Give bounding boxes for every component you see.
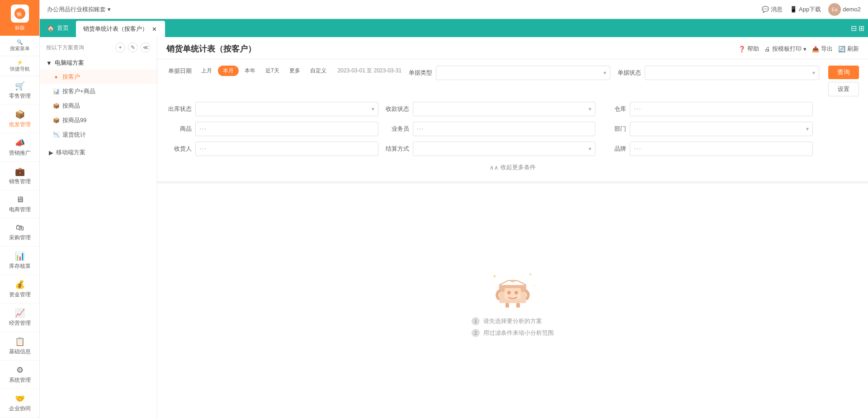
payment-method-label: 结算方式 [384,145,409,153]
sidebar-item-purchase[interactable]: 🛍 采购管理 [0,218,39,247]
message-icon: 💬 [762,6,769,13]
search-menu[interactable]: 🔍 搜索菜单 [0,36,39,56]
tab-home[interactable]: 🏠 首页 [40,19,76,37]
order-status-dropdown-icon: ▾ [812,70,815,76]
payment-method-cell: 结算方式 ▾ [384,142,596,156]
warehouse-cell: 仓库 ··· [601,102,813,116]
return-icon: 📉 [52,131,60,138]
desktop-collapse-icon: ▼ [46,60,52,66]
collapse-panel-btn[interactable]: ≪ [141,43,151,52]
more-btn[interactable]: 更多 [285,66,304,76]
edit-scheme-btn[interactable]: ✎ [128,43,138,52]
sidebar-item-finance[interactable]: 💰 资金管理 [0,275,39,304]
payment-method-select[interactable]: ▾ [413,142,596,156]
order-type-dropdown-icon: ▾ [604,70,606,76]
consignee-input[interactable]: ··· [195,142,378,156]
filter-row-1: 单据日期 上月 本月 本年 近7天 更多 自定义 2023-03-01 至 20… [166,66,859,96]
app-logo[interactable]: 畅 标版 [0,0,39,36]
sidebar-item-marketing[interactable]: 📣 营销推广 [0,133,39,162]
refresh-icon: 🔄 [838,46,845,52]
product-99-icon: 📦 [52,117,60,124]
tree-item-return-stats-label: 退货统计 [62,131,86,139]
help-btn[interactable]: ❓ 帮助 [738,45,759,53]
tree-item-by-customer-product[interactable]: 📊 按客户+商品 [40,84,157,99]
tree-item-by-product-99[interactable]: 📦 按商品99 [40,113,157,128]
sidebar-item-operations[interactable]: 📈 经营管理 [0,304,39,332]
help-label: 帮助 [747,45,759,53]
quick-nav[interactable]: ⚡ 快捷导航 [0,56,39,76]
order-status-label: 单据状态 [616,69,641,77]
refresh-btn[interactable]: 🔄 刷新 [838,45,859,53]
sidebar-item-retail[interactable]: 🛒 零售管理 [0,76,39,105]
tree-item-by-product-label: 按商品 [62,102,80,110]
app-download-btn[interactable]: 📱 App下载 [790,5,821,14]
payment-status-select[interactable]: ▾ [413,102,596,116]
tab-actions: ⊟ ⊞ [851,24,868,33]
empty-state: ✦ ✦ ✧ 1 请先选择要分析的方案 2 用过滤条件来缩小分析范围 [157,184,868,418]
tree-item-return-stats[interactable]: 📉 退货统计 [40,128,157,142]
sidebar-item-wholesale[interactable]: 📦 批发管理 [0,105,39,133]
sidebar-item-basic-label: 基础信息 [9,348,31,356]
sidebar-item-sales[interactable]: 💼 销售管理 [0,162,39,190]
mobile-section-header[interactable]: ▶ 移动端方案 [40,146,157,159]
collapse-row[interactable]: ∧∧ 收起更多条件 [166,160,859,175]
home-icon: 🏠 [47,25,54,32]
basic-icon: 📋 [15,337,25,347]
marketing-icon: 📣 [15,138,25,148]
date-range: 2023-03-01 至 2023-03-31 [338,67,401,75]
staff-input[interactable]: ··· [413,122,596,136]
sidebar-item-system[interactable]: ⚙ 系统管理 [0,361,39,389]
mobile-section-label: 移动端方案 [56,148,85,157]
custom-btn[interactable]: 自定义 [306,66,330,76]
this-year-btn[interactable]: 本年 [241,66,259,76]
out-status-select[interactable]: ▾ [195,102,378,116]
sidebar-item-basic[interactable]: 📋 基础信息 [0,332,39,361]
maximize-btn[interactable]: ⊞ [859,24,864,33]
sidebar-item-sales-label: 销售管理 [9,178,31,185]
empty-hint-1: 1 请先选择要分析的方案 [472,317,554,325]
minimize-btn[interactable]: ⊟ [851,24,857,33]
download-icon: 📱 [790,6,797,13]
export-btn[interactable]: 📤 导出 [812,45,833,53]
brand-dots: ··· [634,145,641,153]
help-icon: ❓ [738,46,745,52]
search-icon: 🔍 [17,39,23,45]
message-btn[interactable]: 💬 消息 [762,5,783,14]
tree-item-by-product[interactable]: 📦 按商品 [40,99,157,113]
template-print-btn[interactable]: 🖨 按模板打印 ▾ [764,45,807,53]
last-7days-btn[interactable]: 近7天 [261,66,283,76]
department-select[interactable]: ▾ [630,122,813,136]
product-input[interactable]: ··· [195,122,378,136]
settings-btn[interactable]: 设置 [828,82,859,96]
tab-close-btn[interactable]: ✕ [151,25,158,33]
industry-selector[interactable]: 办公用品行业模拟账套 ▾ [47,5,111,14]
query-btn[interactable]: 查询 [828,66,859,79]
sidebar-item-inventory[interactable]: 📊 库存核算 [0,247,39,275]
export-label: 导出 [821,45,833,53]
consignee-dots: ··· [199,145,207,153]
desktop-section-header[interactable]: ▼ 电脑端方案 [40,56,157,70]
sidebar-item-cooperation[interactable]: 🤝 企业协同 [0,389,39,418]
order-type-select[interactable]: ▾ [436,66,610,80]
hint-num-2: 2 [472,329,480,337]
industry-label: 办公用品行业模拟账套 [47,5,106,14]
refresh-label: 刷新 [847,45,859,53]
template-print-label: 按模板打印 [772,45,802,53]
last-month-btn[interactable]: 上月 [197,66,216,76]
warehouse-input[interactable]: ··· [630,102,813,116]
svg-point-5 [507,291,511,294]
date-filter-cell: 单据日期 上月 本月 本年 近7天 更多 自定义 2023-03-01 至 20… [166,66,401,76]
sidebar-item-ecommerce[interactable]: 🖥 电商管理 [0,190,39,218]
sidebar-item-system-label: 系统管理 [9,376,31,384]
payment-method-dropdown-icon: ▾ [589,146,591,152]
svg-text:畅: 畅 [17,11,22,17]
this-month-btn[interactable]: 本月 [218,66,239,76]
add-scheme-btn[interactable]: + [115,43,125,52]
tree-item-by-customer[interactable]: ● 按客户 [40,70,157,84]
brand-input[interactable]: ··· [630,142,813,156]
page-header: 销货单统计表（按客户） ❓ 帮助 🖨 按模板打印 ▾ 📤 导出 [157,37,868,59]
tab-sales-stats[interactable]: 销货单统计表（按客户） ✕ [76,21,165,37]
svg-point-6 [514,291,518,294]
order-status-select[interactable]: ▾ [645,66,819,80]
user-menu[interactable]: Ea demo2 [828,3,861,16]
